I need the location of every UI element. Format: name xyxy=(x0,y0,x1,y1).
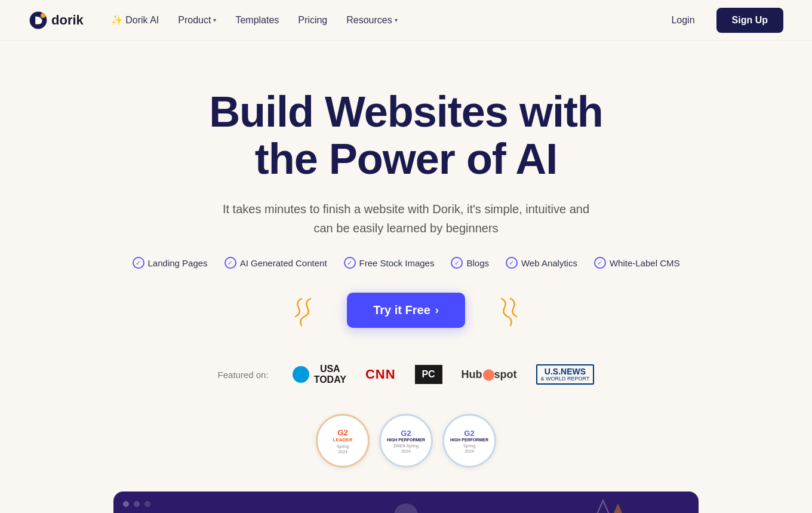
badge-hp-spring-season: Spring xyxy=(463,444,475,448)
usnews-subtext: & WORLD REPORT xyxy=(541,376,590,382)
logo-pc: PC xyxy=(415,365,442,384)
logo-text: dorik xyxy=(51,13,84,28)
feature-white-label: ✓ White-Label CMS xyxy=(594,257,680,269)
features-row: ✓ Landing Pages ✓ AI Generated Content ✓… xyxy=(14,257,798,269)
nav-resources[interactable]: Resources ▾ xyxy=(338,10,405,30)
badge-hp-emea-season: EMEA Spring xyxy=(393,444,419,448)
nav-product-label: Product xyxy=(178,15,211,26)
badge-hp-emea-g2: G2 xyxy=(401,429,411,438)
nav-dorik-ai[interactable]: ✨ Dorik AI xyxy=(103,10,167,30)
svg-point-1 xyxy=(41,13,45,18)
badge-leader-season: Spring xyxy=(337,444,349,449)
dorik-logo-icon xyxy=(29,11,48,30)
hero-title: Build Websites with the Power of AI xyxy=(14,88,798,183)
nav-resources-label: Resources xyxy=(346,15,392,26)
svg-marker-2 xyxy=(591,500,615,513)
logo-cnn: CNN xyxy=(365,367,396,382)
preview-dot-2 xyxy=(134,501,140,507)
badge-high-performer-spring: G2 High Performer Spring 2024 xyxy=(442,414,496,468)
svg-marker-3 xyxy=(610,503,626,513)
feature-label-stock-images: Free Stock Images xyxy=(359,258,435,268)
check-icon-white-label: ✓ xyxy=(594,257,606,269)
hero-subtitle: It takes minutes to finish a website wit… xyxy=(215,199,597,238)
badge-hp-spring-g2: G2 xyxy=(464,429,474,438)
featured-section: Featured on: USATODAY CNN PC Hub⬤spot U.… xyxy=(14,364,798,385)
chevron-down-icon: ▾ xyxy=(213,17,216,23)
hero-section: Build Websites with the Power of AI It t… xyxy=(0,41,812,513)
featured-logos: USATODAY CNN PC Hub⬤spot U.S.NEWS & WORL… xyxy=(293,364,595,385)
preview-decoration-svg xyxy=(579,497,627,513)
badge-hp-spring-year: 2024 xyxy=(465,449,474,453)
check-icon-blogs: ✓ xyxy=(451,257,463,269)
login-button[interactable]: Login xyxy=(659,10,706,30)
feature-label-blogs: Blogs xyxy=(466,258,489,268)
logo[interactable]: dorik xyxy=(29,11,84,30)
preview-dot-3 xyxy=(144,501,150,507)
feature-label-ai-content: AI Generated Content xyxy=(240,258,327,268)
usnews-text: U.S.NEWS xyxy=(545,367,586,376)
badge-high-performer-emea: G2 High Performer EMEA Spring 2024 xyxy=(379,414,433,468)
badge-leader: G2 Leader Spring 2024 xyxy=(316,414,370,468)
logo-usatoday: USATODAY xyxy=(293,364,346,385)
badge-hp-emea-title: High Performer xyxy=(387,438,425,443)
navbar-right: Login Sign Up xyxy=(659,8,783,33)
feature-web-analytics: ✓ Web Analytics xyxy=(506,257,577,269)
chevron-down-icon-resources: ▾ xyxy=(395,17,398,23)
nav-links: ✨ Dorik AI Product ▾ Templates Pricing R… xyxy=(103,10,406,30)
badge-hp-emea-year: 2024 xyxy=(401,449,411,453)
check-icon-stock-images: ✓ xyxy=(344,257,356,269)
check-icon-landing-pages: ✓ xyxy=(133,257,144,269)
cta-area: Try it Free › xyxy=(14,293,798,328)
badge-leader-g2: G2 xyxy=(337,428,347,437)
badges-section: G2 Leader Spring 2024 G2 High Performer … xyxy=(14,414,798,468)
squiggle-right-icon xyxy=(496,293,537,328)
check-icon-web-analytics: ✓ xyxy=(506,257,518,269)
arrow-icon: › xyxy=(435,304,439,317)
feature-ai-content: ✓ AI Generated Content xyxy=(224,257,327,269)
feature-landing-pages: ✓ Landing Pages xyxy=(133,257,208,269)
badge-leader-title: Leader xyxy=(333,437,353,443)
hero-title-line2: the Power of AI xyxy=(255,135,557,183)
hero-title-line1: Build Websites with xyxy=(209,88,603,136)
check-icon-ai-content: ✓ xyxy=(224,257,236,269)
signup-button[interactable]: Sign Up xyxy=(716,8,783,33)
nav-pricing[interactable]: Pricing xyxy=(290,10,336,30)
logo-hubspot: Hub⬤spot xyxy=(462,368,517,381)
logo-usnews: U.S.NEWS & WORLD REPORT xyxy=(536,364,595,385)
feature-label-white-label: White-Label CMS xyxy=(610,258,680,268)
website-preview xyxy=(113,492,699,513)
feature-blogs: ✓ Blogs xyxy=(451,257,489,269)
usatoday-text: USATODAY xyxy=(314,364,346,385)
badge-leader-year: 2024 xyxy=(338,450,347,454)
nav-product[interactable]: Product ▾ xyxy=(170,10,224,30)
hubspot-dot-icon: ⬤ xyxy=(482,368,494,380)
try-free-button[interactable]: Try it Free › xyxy=(347,293,465,328)
preview-dot-1 xyxy=(123,501,129,507)
feature-label-web-analytics: Web Analytics xyxy=(521,258,577,268)
navbar-left: dorik ✨ Dorik AI Product ▾ Templates Pri… xyxy=(29,10,406,30)
feature-stock-images: ✓ Free Stock Images xyxy=(344,257,435,269)
usatoday-dot-icon xyxy=(293,366,309,383)
badge-hp-spring-title: High Performer xyxy=(450,438,488,443)
featured-label: Featured on: xyxy=(218,370,269,380)
nav-templates[interactable]: Templates xyxy=(227,10,287,30)
squiggle-left-icon xyxy=(275,293,316,328)
navbar: dorik ✨ Dorik AI Product ▾ Templates Pri… xyxy=(0,0,812,41)
feature-label-landing-pages: Landing Pages xyxy=(148,258,208,268)
try-free-label: Try it Free xyxy=(373,303,430,317)
